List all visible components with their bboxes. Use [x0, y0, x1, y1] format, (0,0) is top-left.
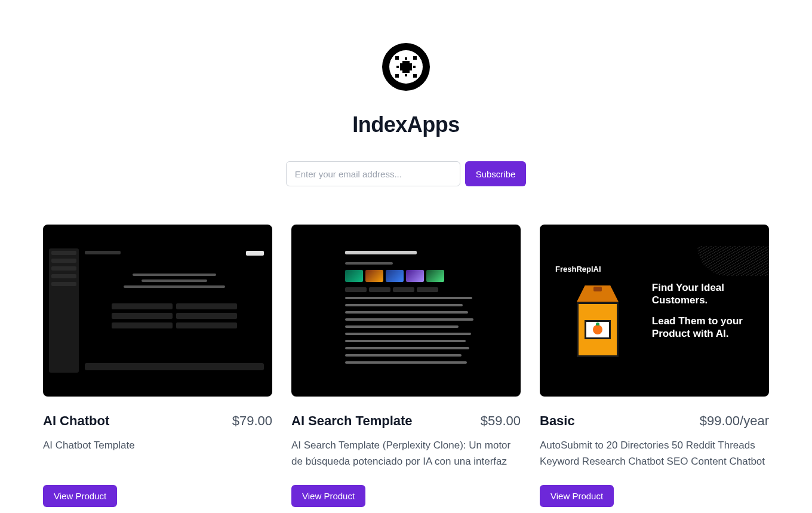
- product-title: AI Search Template: [291, 413, 413, 429]
- brand-logo: [382, 43, 430, 91]
- product-thumbnail-mock: FreshReplAI Find Your Ideal: [546, 248, 763, 373]
- page-title: IndexApps: [352, 112, 460, 137]
- product-title: AI Chatbot: [43, 413, 109, 429]
- thumbnail-headline: Find Your Ideal Customers.: [652, 281, 753, 307]
- products-grid: AI Chatbot $79.00 AI Chatbot Template Vi…: [43, 225, 769, 507]
- product-price: $59.00: [481, 413, 521, 429]
- view-product-button[interactable]: View Product: [291, 485, 365, 507]
- product-image[interactable]: FreshReplAI Find Your Ideal: [540, 225, 769, 397]
- subscribe-form: Subscribe: [286, 161, 527, 186]
- page-header: IndexApps Subscribe: [43, 43, 769, 186]
- juice-carton-icon: [571, 285, 625, 357]
- orange-icon: [593, 325, 602, 334]
- product-image[interactable]: [291, 225, 521, 397]
- product-image[interactable]: [43, 225, 272, 397]
- product-price: $99.00/year: [700, 413, 769, 429]
- product-thumbnail-mock: [49, 248, 266, 373]
- product-title: Basic: [540, 413, 575, 429]
- product-header: AI Chatbot $79.00: [43, 413, 272, 429]
- product-card: FreshReplAI Find Your Ideal: [540, 225, 769, 507]
- view-product-button[interactable]: View Product: [540, 485, 614, 507]
- product-thumbnail-mock: [297, 248, 515, 373]
- email-input[interactable]: [286, 161, 460, 186]
- subscribe-button[interactable]: Subscribe: [465, 161, 527, 186]
- logo-inner: [389, 50, 423, 84]
- product-price: $79.00: [232, 413, 272, 429]
- thumbnail-brand-text: FreshReplAI: [555, 265, 601, 274]
- thumbnail-headline: Lead Them to your Product with AI.: [652, 315, 753, 340]
- product-header: AI Search Template $59.00: [291, 413, 521, 429]
- product-card: AI Chatbot $79.00 AI Chatbot Template Vi…: [43, 225, 272, 507]
- logo-glyph-icon: [394, 55, 418, 79]
- product-description: AI Chatbot Template: [43, 437, 272, 471]
- view-product-button[interactable]: View Product: [43, 485, 117, 507]
- page-container: IndexApps Subscribe: [43, 0, 769, 513]
- product-description: AutoSubmit to 20 Directories 50 Reddit T…: [540, 437, 769, 471]
- product-description: AI Search Template (Perplexity Clone): U…: [291, 437, 521, 471]
- product-card: AI Search Template $59.00 AI Search Temp…: [291, 225, 521, 507]
- product-header: Basic $99.00/year: [540, 413, 769, 429]
